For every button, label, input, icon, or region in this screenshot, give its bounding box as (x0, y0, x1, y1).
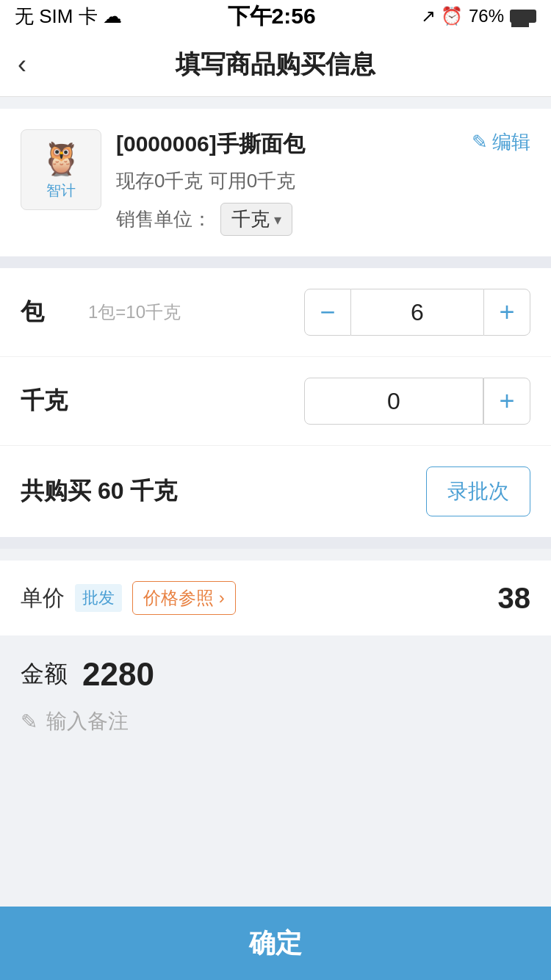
note-placeholder: 输入备注 (46, 707, 129, 735)
edit-label: 编辑 (492, 129, 530, 155)
bao-quantity-input[interactable] (351, 289, 483, 336)
edit-icon: ✎ (472, 131, 488, 154)
battery-level: 76% (469, 6, 504, 26)
product-owl-icon: 🦉 (41, 140, 82, 178)
total-text: 共购买 60 千克 (21, 475, 177, 508)
status-left: 无 SIM 卡 ☁ (15, 4, 122, 29)
product-name: [0000006]手撕面包 (116, 129, 530, 159)
kg-plus-button[interactable]: + (483, 378, 530, 425)
product-unit-row: 销售单位： 千克 ▾ (116, 203, 530, 236)
bao-hint: 1包=10千克 (88, 300, 304, 324)
kg-quantity-row: 千克 + (0, 357, 551, 446)
price-batch-tag: 批发 (75, 584, 122, 612)
price-left: 单价 批发 价格参照 › (21, 581, 236, 615)
price-reference-label: 价格参照 › (143, 586, 225, 610)
product-stock: 现存0千克 可用0千克 (116, 168, 530, 194)
total-row: 共购买 60 千克 录批次 (0, 446, 551, 537)
status-bar: 无 SIM 卡 ☁ 下午2:56 ↗ ⏰ 76% (0, 0, 551, 32)
product-brand-label: 智计 (46, 181, 76, 201)
amount-label: 金额 (21, 658, 68, 691)
kg-quantity-control: + (304, 378, 530, 425)
unit-value: 千克 (231, 206, 270, 232)
sim-status: 无 SIM 卡 ☁ (15, 4, 122, 29)
battery-bar (510, 10, 536, 23)
price-section: 单价 批发 价格参照 › 38 (0, 561, 551, 635)
unit-label: 销售单位： (116, 206, 212, 232)
confirm-label: 确定 (249, 926, 302, 962)
note-row[interactable]: ✎ 输入备注 (21, 707, 530, 735)
battery-icon: ↗ ⏰ (421, 6, 463, 26)
product-info: [0000006]手撕面包 现存0千克 可用0千克 销售单位： 千克 ▾ (116, 129, 530, 236)
bao-minus-button[interactable]: − (304, 289, 351, 336)
status-right: ↗ ⏰ 76% (421, 6, 536, 26)
amount-row: 金额 2280 (21, 656, 530, 693)
page-title: 填写商品购买信息 (176, 48, 375, 82)
price-value: 38 (498, 582, 531, 615)
bao-label: 包 (21, 296, 79, 328)
bao-plus-button[interactable]: + (483, 289, 530, 336)
price-row: 单价 批发 价格参照 › 38 (21, 581, 530, 615)
price-label: 单价 (21, 583, 65, 613)
confirm-button[interactable]: 确定 (0, 907, 551, 980)
amount-section: 金额 2280 ✎ 输入备注 (0, 635, 551, 750)
separator-1 (0, 256, 551, 268)
batch-button[interactable]: 录批次 (426, 466, 530, 516)
chevron-down-icon: ▾ (274, 211, 281, 228)
quantity-section: 包 1包=10千克 − + 千克 + (0, 268, 551, 446)
pencil-icon: ✎ (21, 710, 37, 734)
amount-value: 2280 (82, 656, 154, 693)
unit-select[interactable]: 千克 ▾ (220, 203, 292, 236)
kg-quantity-input[interactable] (304, 378, 483, 425)
bao-quantity-row: 包 1包=10千克 − + (0, 268, 551, 357)
nav-bar: ‹ 填写商品购买信息 (0, 32, 551, 97)
status-time: 下午2:56 (228, 1, 316, 32)
product-image: 🦉 智计 (21, 129, 101, 210)
edit-button[interactable]: ✎ 编辑 (472, 129, 530, 155)
bao-quantity-control: − + (304, 289, 530, 336)
kg-label: 千克 (21, 385, 79, 417)
product-card: 🦉 智计 [0000006]手撕面包 现存0千克 可用0千克 销售单位： 千克 … (0, 109, 551, 256)
separator-2 (0, 537, 551, 549)
back-button[interactable]: ‹ (18, 49, 26, 80)
price-reference-button[interactable]: 价格参照 › (132, 581, 236, 615)
